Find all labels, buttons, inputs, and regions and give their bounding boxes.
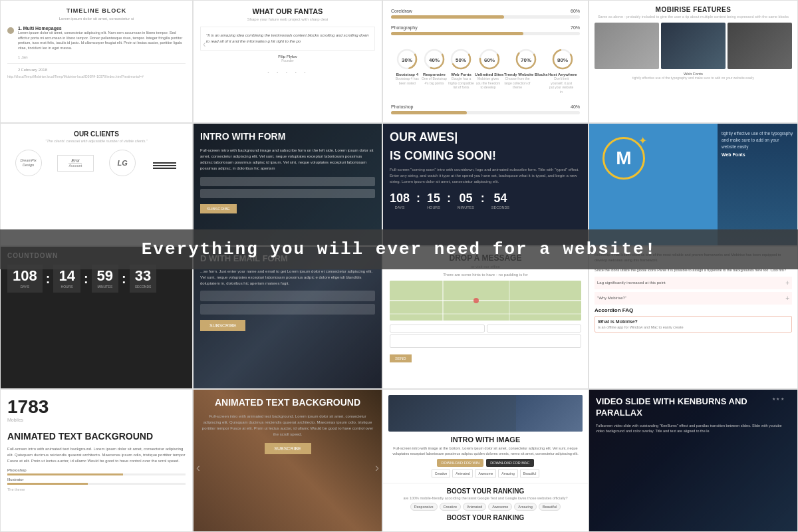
coming-soon-sep2: :	[447, 192, 451, 209]
coreldraw-label: Coreldraw	[391, 9, 412, 13]
tile-animated-counter: 1783 Mobiles ANIMATED TEXT BACKGROUND Fu…	[0, 389, 193, 532]
accordion-q3: "Why Mobirise?" +	[595, 292, 792, 305]
mobirise-sun-icon: ✦	[638, 134, 647, 147]
tile-skills: Coreldraw 60% Photography 70%	[382, 0, 589, 123]
mobirise-images-row	[595, 23, 792, 69]
boost-title: BOOST YOUR RANKING	[388, 487, 583, 495]
accordion-plus-icon[interactable]: +	[785, 279, 789, 287]
countdown-days-label: Days	[13, 285, 37, 289]
tile-mobirise-logo: M ✦ tightly effective use of the typogra…	[589, 123, 798, 246]
coming-soon-desc: Full-screen "coming soon" intro with cou…	[390, 167, 581, 185]
clients-title: OUR CLIENTS	[7, 130, 186, 138]
accordion-q2: Lag significantly increased at this poin…	[595, 277, 792, 289]
tile-coming-soon: OUR AWES| IS COMING SOON! Full-screen "c…	[382, 123, 589, 246]
boost-tab-1[interactable]: Responsive	[410, 503, 438, 511]
countdown-sep2: :	[84, 271, 88, 287]
email-form-field2[interactable]	[200, 304, 375, 315]
animated-bg-desc: Full-screen intro with animated text bac…	[200, 414, 375, 438]
countdown-minutes-label: Minutes	[97, 285, 113, 289]
intro-form-name-field[interactable]	[200, 177, 375, 186]
coming-soon-days: 108	[390, 192, 410, 205]
coreldraw-pct: 60%	[571, 9, 580, 13]
video-slide-desc: Fullscreen video slide with outstanding …	[596, 423, 791, 434]
circle-host-desc: Don't limit yourself, it just put your w…	[548, 76, 575, 94]
email-form-desc: ...se form. Just enter your name and ema…	[200, 269, 375, 287]
clients-subtitle: "The clients' carousel with adjustable n…	[7, 139, 186, 143]
intro-image-btn-win[interactable]: DOWNLOAD FOR WIN	[437, 459, 483, 467]
animated-bg-nav-left[interactable]: ‹	[196, 461, 200, 475]
contact-submit-btn[interactable]: SEND	[390, 354, 412, 362]
coming-soon-minutes: 05	[458, 192, 474, 205]
intro-image-section: INTRO WITH IMAGE Full-screen intro with …	[383, 390, 588, 483]
email-form-field1[interactable]	[200, 291, 375, 301]
intro-form-btn[interactable]: SUBSCRIBE	[200, 204, 237, 213]
intro-tab-5[interactable]: Beautiful	[520, 469, 539, 477]
coming-soon-title1: OUR AWES|	[390, 130, 581, 145]
animated-counter-label: Mobiles	[7, 418, 186, 422]
boost-tab-4[interactable]: Awesome	[488, 503, 512, 511]
boost-tab-3[interactable]: Animated	[463, 503, 486, 511]
intro-tab-1[interactable]: Creative	[432, 469, 451, 477]
animated-bg-title: ANIMATED TEXT BACKGROUND	[200, 396, 375, 408]
contact-name-field[interactable]	[390, 325, 485, 332]
intro-form-email-field[interactable]	[200, 189, 375, 198]
contact-email-field[interactable]	[487, 325, 582, 332]
mobirise-right-title: Web Fonts	[722, 152, 795, 157]
boost-tab-2[interactable]: Creative	[440, 503, 461, 511]
mobirise-img-1	[595, 23, 659, 69]
countdown-minutes: 59	[97, 269, 113, 283]
animated-skills: Photoshop Illustrator	[7, 468, 186, 485]
accordion-minus-icon[interactable]: +	[785, 295, 789, 302]
accordion-q1-expanded: What is Mobirise? is an offline app for …	[595, 316, 792, 332]
svg-text:30%: 30%	[402, 57, 412, 63]
svg-point-23	[473, 298, 479, 303]
circle-responsive: 40% Responsive One of Bootstrap 4's big …	[421, 47, 448, 94]
banner-text: Everything you will ever need for a webs…	[142, 239, 657, 259]
circle-trendy-svg: 70%	[514, 47, 538, 71]
boost-tab-5[interactable]: Amazing	[514, 503, 536, 511]
svg-text:50%: 50%	[456, 57, 466, 63]
svg-text:70%: 70%	[521, 57, 531, 63]
fantas-subtitle: Shape your future web project with sharp…	[200, 17, 375, 21]
collage-container: TIMELINE BLOCK Lorem ipsum dolor sit ame…	[0, 0, 798, 532]
timeline-item2-date: 2 February 2018	[18, 68, 186, 72]
mobirise-right-text: tightly effective use of the typography …	[722, 130, 795, 157]
fantas-nav-arrow[interactable]: ‹	[203, 39, 206, 49]
client-logo-3: LG	[109, 150, 136, 176]
animated-illustrator: Illustrator	[7, 477, 186, 481]
circles-row: 30% Bootstrap 4 Bootstrap 4 has been not…	[391, 42, 580, 99]
boost-tab-6[interactable]: Beautiful	[539, 503, 561, 511]
intro-form-content: INTRO WITH FORM Full-screen intro with b…	[200, 130, 375, 213]
intro-image-title: INTRO WITH IMAGE	[388, 436, 583, 444]
circle-bootstrap: 30% Bootstrap 4 Bootstrap 4 has been not…	[394, 47, 420, 94]
email-form-subscribe-btn[interactable]: SUBSCRIBE	[200, 320, 245, 331]
svg-text:40%: 40%	[429, 57, 440, 63]
coreldraw-bar-bg	[391, 15, 580, 19]
tile-intro-form: INTRO WITH FORM Full-screen intro with b…	[193, 123, 382, 246]
countdown-sep3: :	[122, 271, 126, 287]
intro-tab-2[interactable]: Animated	[452, 469, 473, 477]
timeline-title: TIMELINE BLOCK	[7, 7, 186, 14]
circle-responsive-desc: One of Bootstrap 4's big points	[421, 76, 448, 85]
intro-tab-3[interactable]: Awesome	[475, 469, 496, 477]
fantas-quote: "It is an amazing idea combining the tes…	[200, 27, 375, 51]
client-logo-4	[151, 150, 178, 176]
animated-bg-subscribe-btn[interactable]: SUBSCRIBE	[265, 443, 311, 454]
svg-text:60%: 60%	[484, 57, 495, 63]
circle-webfonts-desc: Google has a highly compatible list of f…	[448, 76, 474, 90]
accordion-q1-title: What is Mobirise?	[598, 319, 789, 324]
intro-tab-4[interactable]: Amazing	[498, 469, 517, 477]
timeline-item1-date: 1 Jan	[18, 55, 186, 59]
contact-message-field[interactable]	[390, 334, 581, 348]
boost-desc: are 100% mobile-friendly according the l…	[388, 496, 583, 501]
circle-trendy: 70% Trendy Website Blocks Choose from th…	[504, 47, 548, 94]
animated-bg-nav-right[interactable]: ›	[375, 461, 379, 475]
accordion-section: Accordion FAQ What is Mobirise? is an of…	[595, 307, 792, 332]
intro-image-btn-mac[interactable]: DOWNLOAD FOR MAC	[486, 459, 533, 467]
circle-bootstrap-svg: 30%	[395, 47, 419, 71]
drop-message-subdesc: There are some hints to have - no paddin…	[390, 273, 581, 277]
countdown-hours-label: Hours	[59, 285, 74, 289]
intro-image-tabs: Creative Animated Awesome Amazing Beauti…	[388, 469, 583, 477]
intro-form-desc: Full-screen intro with background image …	[200, 148, 375, 172]
timeline-item2-url: http://t/localTemp/Mobirise.local/Temp/M…	[7, 74, 186, 79]
